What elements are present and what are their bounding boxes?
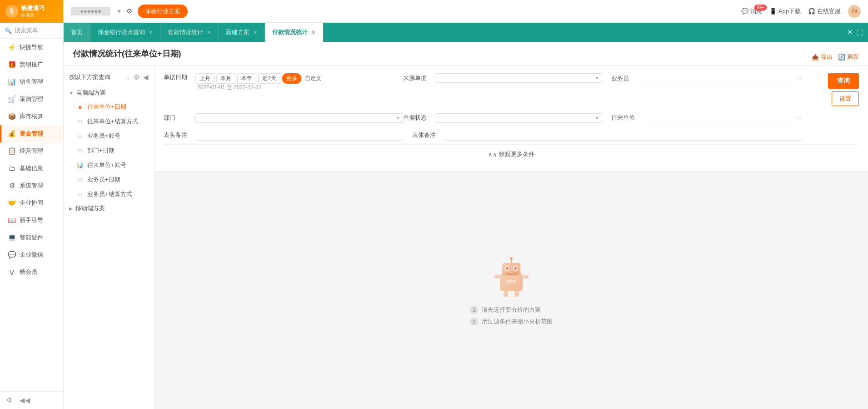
status-select[interactable]: ▾ bbox=[435, 113, 603, 123]
tip-num-1: 1 bbox=[470, 306, 478, 314]
scheme-item-icon-6: □ bbox=[76, 191, 84, 197]
mobile-section-header[interactable]: ▶ 移动端方案 bbox=[64, 202, 154, 215]
topbar-app-download[interactable]: 📱 App下载 bbox=[769, 7, 801, 15]
date-btn-lastmonth[interactable]: 上月 bbox=[195, 73, 215, 84]
scheme-item-staff-settle[interactable]: □ 业务员+结算方式 bbox=[64, 187, 154, 202]
tab-receipt[interactable]: 收款情况统计 ✕ bbox=[160, 23, 219, 42]
user-avatar[interactable]: Rit bbox=[848, 5, 861, 18]
staff-input[interactable] bbox=[643, 73, 792, 84]
topbar-gear-icon[interactable]: ⚙ bbox=[126, 7, 132, 15]
filter-settings-button[interactable]: 设置 bbox=[832, 91, 859, 106]
scheme-item-staff-account[interactable]: □ 业务员+账号 bbox=[64, 129, 154, 143]
tabbar: 首页 现金银行流水查询 ✕ 收款情况统计 ✕ 新建方案 ✕ 付款情况统计 ✕ ✕… bbox=[64, 23, 868, 42]
scheme-settings-icon[interactable]: ⚙ bbox=[134, 73, 140, 81]
export-button[interactable]: 📤 导出 bbox=[812, 53, 833, 61]
sidebar-item-system[interactable]: ⚙ 系统管理 bbox=[0, 177, 63, 194]
sidebar-item-guide[interactable]: 📖 新手引导 bbox=[0, 212, 63, 229]
sidebar-item-hardware[interactable]: 💻 智能硬件 bbox=[0, 229, 63, 246]
scheme-item-unit-date[interactable]: ● 往来单位+日期 bbox=[64, 100, 154, 114]
scheme-panel-header: 按以下方案查询 + ⚙ ◀ bbox=[64, 71, 154, 86]
source-select[interactable]: ▾ bbox=[435, 73, 603, 83]
scheme-item-dept-date[interactable]: □ 部门+日期 bbox=[64, 143, 154, 158]
sidebar-item-finance[interactable]: 💰 资金管理 bbox=[0, 125, 63, 142]
scheme-collapse-icon[interactable]: ◀ bbox=[143, 73, 149, 81]
footer-collapse-icon[interactable]: ◀◀ bbox=[20, 396, 30, 404]
status-select-arrow: ▾ bbox=[596, 116, 598, 121]
message-icon: 💬 bbox=[741, 8, 748, 15]
trial-button[interactable]: 体验行业方案 bbox=[138, 5, 188, 18]
weixin-icon: 💬 bbox=[8, 251, 16, 259]
scheme-item-unit-account[interactable]: 📊 往来单位+账号 bbox=[64, 158, 154, 172]
tab-close-bankflow[interactable]: ✕ bbox=[149, 30, 153, 35]
topbar-username: ●●●●●● bbox=[71, 8, 110, 15]
sidebar-item-operation[interactable]: 📋 经营管理 bbox=[0, 142, 63, 160]
svg-point-13 bbox=[510, 280, 513, 283]
topbar: ●●●●●● ▾ ⚙ 体验行业方案 💬 消息 99+ 📱 App下载 🎧 在线客… bbox=[64, 0, 868, 23]
filter-area: 单据日期 上月 本月 本年 近7天 更多 自定义 20 bbox=[155, 66, 868, 409]
tab-payment[interactable]: 付款情况统计 ✕ bbox=[265, 23, 323, 42]
scheme-item-icon-4: 📊 bbox=[76, 162, 84, 168]
tab-close-newscheme[interactable]: ✕ bbox=[253, 30, 257, 35]
topbar-message[interactable]: 💬 消息 99+ bbox=[741, 7, 762, 15]
topbar-dropdown-icon[interactable]: ▾ bbox=[118, 8, 121, 15]
collapse-row: ∧∧ 收起更多条件 bbox=[164, 144, 859, 164]
sidebar-item-purchase[interactable]: 🛒 采购管理 bbox=[0, 91, 63, 108]
date-shortcuts: 上月 本月 本年 近7天 更多 自定义 bbox=[195, 73, 323, 84]
tab-newscheme[interactable]: 新建方案 ✕ bbox=[219, 23, 265, 42]
refresh-icon: 🔄 bbox=[838, 54, 845, 61]
empty-tips: 1 请先选择要分析的方案 2 用过滤条件来缩小分析范围 bbox=[470, 306, 553, 326]
search-menu-item[interactable]: 🔍 搜索菜单 bbox=[0, 23, 63, 39]
sidebar-item-cooperation[interactable]: 🤝 企业协同 bbox=[0, 194, 63, 212]
empty-state: 1 请先选择要分析的方案 2 用过滤条件来缩小分析范围 bbox=[470, 255, 553, 326]
filter-right-actions: 查询 设置 bbox=[809, 73, 859, 106]
date-btn-thismonth[interactable]: 本月 bbox=[216, 73, 235, 84]
sidebar-item-marketing[interactable]: 🎁 营销推广 bbox=[0, 56, 63, 73]
tab-home[interactable]: 首页 bbox=[64, 23, 90, 42]
sidebar-item-quicknav[interactable]: ⚡ 快捷导航 bbox=[0, 39, 63, 56]
date-shortcuts-area: 上月 本月 本年 近7天 更多 自定义 2022-01-01 至 2022-12… bbox=[195, 73, 323, 91]
expand-icon[interactable]: ⛶ bbox=[857, 29, 863, 36]
dept-select[interactable]: ▾ bbox=[195, 113, 403, 123]
mobile-icon: 📱 bbox=[769, 8, 777, 15]
sidebar-item-weixin[interactable]: 💬 企业微信 bbox=[0, 246, 63, 263]
svg-rect-10 bbox=[494, 275, 500, 278]
desktop-section-header[interactable]: ▼ 电脑端方案 bbox=[64, 86, 154, 100]
sidebar-item-inventory[interactable]: 📦 库存核算 bbox=[0, 108, 63, 125]
remark-body-input[interactable] bbox=[444, 130, 802, 141]
unit-label: 往来单位 bbox=[611, 114, 643, 122]
tab-close-payment[interactable]: ✕ bbox=[311, 30, 315, 35]
remark-header-input[interactable] bbox=[195, 130, 403, 141]
date-btn-thisyear[interactable]: 本年 bbox=[237, 73, 256, 84]
page-header-actions: 📤 导出 🔄 刷新 bbox=[812, 53, 859, 61]
sidebar-item-sales[interactable]: 📊 销售管理 bbox=[0, 73, 63, 91]
query-button[interactable]: 查询 bbox=[828, 73, 859, 89]
add-scheme-icon[interactable]: + bbox=[126, 74, 130, 81]
operation-icon: 📋 bbox=[8, 147, 16, 155]
unit-input[interactable] bbox=[643, 112, 792, 123]
scheme-item-staff-date[interactable]: □ 业务员+日期 bbox=[64, 172, 154, 187]
scheme-item-icon-5: □ bbox=[76, 177, 84, 183]
date-btn-more[interactable]: 更多 bbox=[282, 73, 301, 84]
purchase-icon: 🛒 bbox=[8, 95, 16, 103]
tab-bankflow[interactable]: 现金银行流水查询 ✕ bbox=[90, 23, 160, 42]
collapse-button[interactable]: ∧∧ 收起更多条件 bbox=[164, 146, 859, 162]
close-all-tabs-icon[interactable]: ✕ bbox=[847, 28, 853, 36]
sidebar-item-member[interactable]: V 畅会员 bbox=[0, 263, 63, 281]
topbar-online-service[interactable]: 🎧 在线客服 bbox=[808, 7, 841, 15]
date-btn-custom[interactable]: 自定义 bbox=[303, 74, 323, 83]
scheme-panel-icons: + ⚙ ◀ bbox=[126, 73, 149, 81]
unit-dots-icon[interactable]: ··· bbox=[796, 114, 802, 122]
quicknav-icon: ⚡ bbox=[8, 43, 16, 51]
sidebar-item-basicinfo[interactable]: 🗂 基础信息 bbox=[0, 160, 63, 177]
tab-close-receipt[interactable]: ✕ bbox=[207, 30, 211, 35]
refresh-button[interactable]: 🔄 刷新 bbox=[838, 53, 859, 61]
date-btn-last7days[interactable]: 近7天 bbox=[258, 73, 280, 84]
svg-point-7 bbox=[510, 257, 513, 260]
marketing-icon: 🎁 bbox=[8, 61, 16, 69]
scheme-panel: 按以下方案查询 + ⚙ ◀ ▼ 电脑端方案 ● 往来单位+日期 bbox=[64, 66, 155, 409]
empty-tip-2: 2 用过滤条件来缩小分析范围 bbox=[470, 318, 553, 326]
staff-dots-icon[interactable]: ··· bbox=[796, 75, 802, 83]
footer-settings-icon[interactable]: ⚙ bbox=[6, 396, 12, 404]
logo-icon: 6 bbox=[5, 5, 18, 18]
scheme-item-unit-settle[interactable]: □ 往来单位+结算方式 bbox=[64, 114, 154, 129]
